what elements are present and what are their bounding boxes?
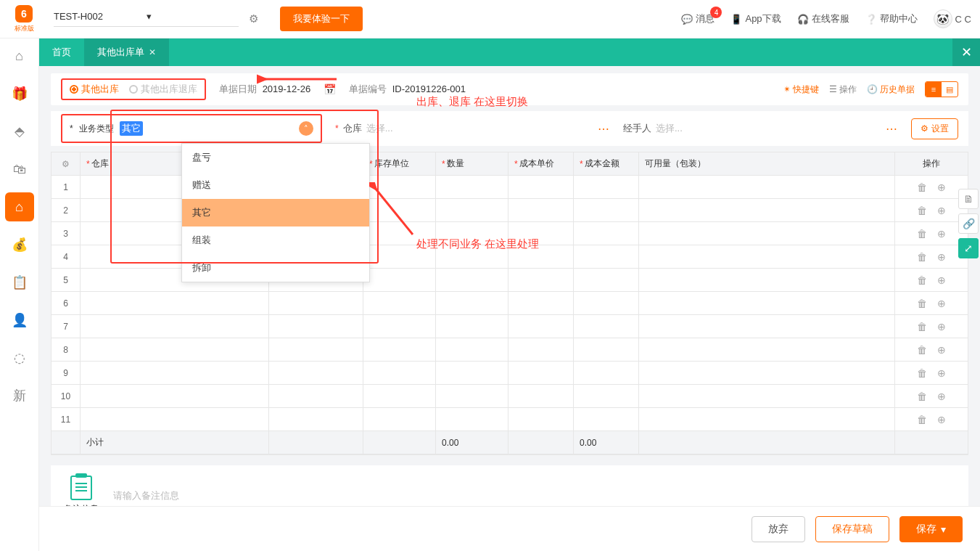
form-row: * 业务类型 其它 ˄ * 仓库 选择... ⋯ 经手人 选择... ⋯ <box>51 111 968 146</box>
table-row[interactable]: 11🗑⊕ <box>52 408 968 431</box>
messages-link[interactable]: 💬 消息 4 <box>681 12 715 25</box>
biz-type-value: 其它 <box>120 121 143 136</box>
dd-item-qita[interactable]: 其它 <box>182 199 369 226</box>
annotation-process: 处理不同业务 在这里处理 <box>416 237 539 251</box>
delete-icon[interactable]: 🗑 <box>917 344 927 356</box>
add-icon[interactable]: ⊕ <box>937 181 946 193</box>
add-icon[interactable]: ⊕ <box>937 344 946 356</box>
biz-type-field[interactable]: * 业务类型 其它 ˄ <box>61 114 322 143</box>
nav-clipboard-icon[interactable]: 📋 <box>5 268 34 297</box>
dd-item-zengsong[interactable]: 赠送 <box>182 171 369 199</box>
chevron-down-icon: ▾ <box>941 523 946 535</box>
tab-other-outbound[interactable]: 其他出库单 ✕ <box>84 38 169 66</box>
add-icon[interactable]: ⊕ <box>937 414 946 425</box>
nav-diamond-icon[interactable]: ⬘ <box>5 117 34 146</box>
save-draft-button[interactable]: 保存草稿 <box>815 516 889 542</box>
delete-icon[interactable]: 🗑 <box>917 274 927 286</box>
help-link[interactable]: ❔ 帮助中心 <box>865 12 918 25</box>
add-icon[interactable]: ⊕ <box>937 367 946 379</box>
delete-icon[interactable]: 🗑 <box>917 367 927 379</box>
delete-icon[interactable]: 🗑 <box>917 181 927 193</box>
dd-item-chaxie[interactable]: 拆卸 <box>182 254 369 282</box>
headset-icon: 🎧 <box>797 14 809 25</box>
dd-item-zuzhuang[interactable]: 组装 <box>182 226 369 254</box>
note-input[interactable] <box>113 490 955 501</box>
nav-new-icon[interactable]: 新 <box>5 381 34 410</box>
chevron-up-icon: ˄ <box>299 121 313 136</box>
help-icon: ❔ <box>865 14 877 25</box>
more-icon[interactable]: ⋯ <box>598 122 610 136</box>
phone-icon: 📱 <box>730 14 742 25</box>
add-icon[interactable]: ⊕ <box>937 391 946 402</box>
delete-icon[interactable]: 🗑 <box>917 228 927 240</box>
delete-icon[interactable]: 🗑 <box>917 414 927 425</box>
save-button[interactable]: 保存 ▾ <box>899 516 963 542</box>
tab-bar: 首页 其他出库单 ✕ ✕ <box>39 38 980 66</box>
add-icon[interactable]: ⊕ <box>937 205 946 216</box>
tab-home[interactable]: 首页 <box>39 38 84 66</box>
add-icon[interactable]: ⊕ <box>937 321 946 332</box>
subtotal-row: 小计 0.00 0.00 <box>52 431 968 454</box>
tabbar-close-icon[interactable]: ✕ <box>952 38 980 66</box>
tenant-select[interactable]: TEST-H002 ▾ <box>54 11 239 27</box>
doc-no-label: 单据编号 ID-20191226-001 <box>349 83 466 96</box>
topbar: 6 标准版 TEST-H002 ▾ ⚙ 我要体验一下 💬 消息 4 📱 App下… <box>0 0 980 38</box>
top-right: 💬 消息 4 📱 App下载 🎧 在线客服 ❔ 帮助中心 🐼 C C <box>681 9 971 28</box>
message-badge: 4 <box>710 7 722 18</box>
outbound-mode-radio-group: 其他出库 其他出库退库 <box>61 78 206 100</box>
biz-type-dropdown: 盘亏 赠送 其它 组装 拆卸 <box>181 143 370 282</box>
nav-warehouse-icon[interactable]: ⌂ <box>5 192 34 221</box>
message-icon: 💬 <box>681 14 693 25</box>
experience-button[interactable]: 我要体验一下 <box>280 7 363 31</box>
add-icon[interactable]: ⊕ <box>937 251 946 263</box>
radio-outbound-return[interactable]: 其他出库退库 <box>129 83 197 96</box>
annotation-switch: 出库、退库 在这里切换 <box>416 95 528 109</box>
nav-bag-icon[interactable]: 🛍 <box>5 155 34 184</box>
dock-expand-icon[interactable]: ⤢ <box>958 238 979 258</box>
delete-icon[interactable]: 🗑 <box>917 298 927 309</box>
gear-icon[interactable]: ⚙ <box>52 152 81 175</box>
user-menu[interactable]: 🐼 C C <box>934 9 971 28</box>
delete-icon[interactable]: 🗑 <box>917 205 927 216</box>
warehouse-field[interactable]: * 仓库 选择... ⋯ <box>335 122 610 136</box>
nav-home-icon[interactable]: ⌂ <box>5 41 34 70</box>
radio-outbound[interactable]: 其他出库 <box>70 83 119 96</box>
delete-icon[interactable]: 🗑 <box>917 391 927 402</box>
add-icon[interactable]: ⊕ <box>937 228 946 240</box>
handler-field[interactable]: 经手人 选择... ⋯ <box>623 122 898 136</box>
close-icon[interactable]: ✕ <box>149 47 156 57</box>
logo: 6 标准版 <box>9 5 39 33</box>
logo-icon: 6 <box>15 5 33 23</box>
add-icon[interactable]: ⊕ <box>937 274 946 286</box>
view-toggle[interactable]: ≡▤ <box>925 81 958 97</box>
gear-icon[interactable]: ⚙ <box>249 12 258 25</box>
dock-link-icon[interactable]: 🔗 <box>958 213 979 234</box>
note-icon: 备注信息 <box>64 476 99 506</box>
nav-sync-icon[interactable]: ◌ <box>5 343 34 372</box>
nav-money-icon[interactable]: 💰 <box>5 230 34 259</box>
tenant-name: TEST-H002 <box>54 11 147 22</box>
dd-item-pankui[interactable]: 盘亏 <box>182 144 369 171</box>
operate-link[interactable]: ☰ 操作 <box>829 83 857 96</box>
table-row[interactable]: 9🗑⊕ <box>52 362 968 385</box>
app-download-link[interactable]: 📱 App下载 <box>730 12 781 25</box>
table-row[interactable]: 6🗑⊕ <box>52 292 968 315</box>
discard-button[interactable]: 放弃 <box>752 516 805 542</box>
delete-icon[interactable]: 🗑 <box>917 321 927 332</box>
dock-doc-icon[interactable]: 🗎 <box>958 189 979 209</box>
doc-date-label: 单据日期 2019-12-26 <box>219 83 310 96</box>
table-row[interactable]: 8🗑⊕ <box>52 338 968 362</box>
left-nav: ⌂ 🎁 ⬘ 🛍 ⌂ 💰 📋 👤 ◌ 新 <box>0 38 39 551</box>
calendar-icon[interactable]: 📅 <box>324 83 336 95</box>
service-link[interactable]: 🎧 在线客服 <box>797 12 849 25</box>
add-icon[interactable]: ⊕ <box>937 298 946 309</box>
history-link[interactable]: 🕘 历史单据 <box>867 83 915 96</box>
nav-contact-icon[interactable]: 👤 <box>5 306 34 335</box>
delete-icon[interactable]: 🗑 <box>917 251 927 263</box>
shortcut-link[interactable]: ✴ 快捷键 <box>783 83 819 96</box>
more-icon[interactable]: ⋯ <box>886 122 898 136</box>
nav-gift-icon[interactable]: 🎁 <box>5 79 34 108</box>
table-row[interactable]: 7🗑⊕ <box>52 315 968 338</box>
setting-button[interactable]: ⚙ 设置 <box>911 118 958 139</box>
table-row[interactable]: 10🗑⊕ <box>52 385 968 408</box>
